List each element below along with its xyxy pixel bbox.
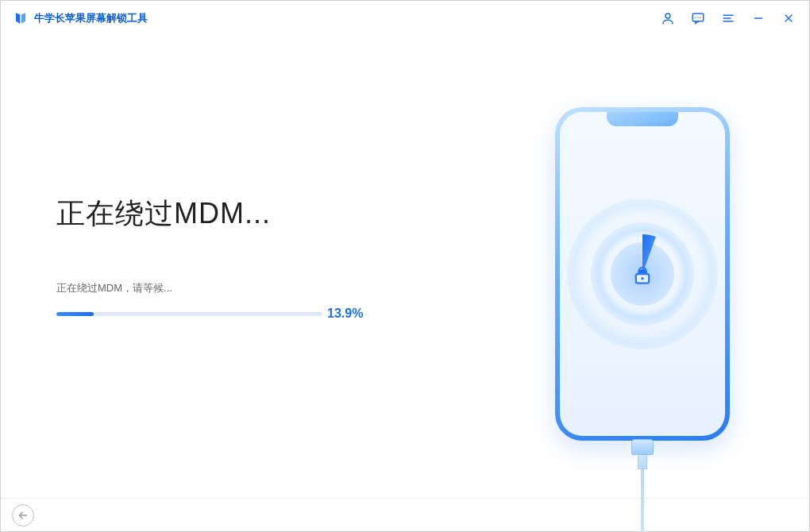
phone-notch	[607, 112, 678, 126]
radar-rings	[560, 179, 725, 369]
left-pane: 正在绕过MDM... 正在绕过MDM，请等候... 13.9%	[1, 36, 476, 498]
titlebar-right	[660, 10, 796, 26]
app-title: 牛学长苹果屏幕解锁工具	[34, 11, 148, 25]
user-icon[interactable]	[660, 10, 676, 26]
footer	[1, 498, 809, 531]
minimize-button[interactable]	[750, 10, 766, 26]
svg-point-13	[641, 277, 644, 280]
progress-percent-label: 13.9%	[327, 306, 363, 321]
main-heading: 正在绕过MDM...	[56, 195, 476, 233]
svg-point-11	[638, 269, 647, 279]
phone-screen	[560, 112, 725, 436]
progress-fill	[56, 312, 94, 316]
gauge-icon	[599, 230, 686, 318]
close-button[interactable]	[781, 10, 796, 26]
svg-point-3	[697, 17, 699, 18]
titlebar-left: 牛学长苹果屏幕解锁工具	[14, 11, 148, 25]
cable-icon	[631, 439, 654, 532]
progress-wrap: 13.9%	[56, 306, 476, 321]
status-text: 正在绕过MDM，请等候...	[56, 281, 476, 295]
back-button[interactable]	[12, 504, 34, 526]
menu-icon[interactable]	[720, 10, 736, 26]
titlebar: 牛学长苹果屏幕解锁工具	[1, 1, 809, 36]
right-pane	[476, 36, 809, 498]
svg-point-0	[665, 13, 670, 18]
svg-point-2	[695, 17, 696, 18]
phone-frame	[555, 107, 730, 441]
app-window: 牛学长苹果屏幕解锁工具	[0, 0, 810, 532]
svg-rect-12	[636, 274, 649, 283]
feedback-icon[interactable]	[690, 10, 706, 26]
content-area: 正在绕过MDM... 正在绕过MDM，请等候... 13.9%	[1, 36, 809, 498]
lock-icon	[631, 264, 654, 289]
phone-illustration	[555, 107, 730, 441]
app-logo-icon	[14, 11, 28, 25]
progress-bar	[56, 312, 322, 316]
svg-point-4	[700, 17, 701, 18]
